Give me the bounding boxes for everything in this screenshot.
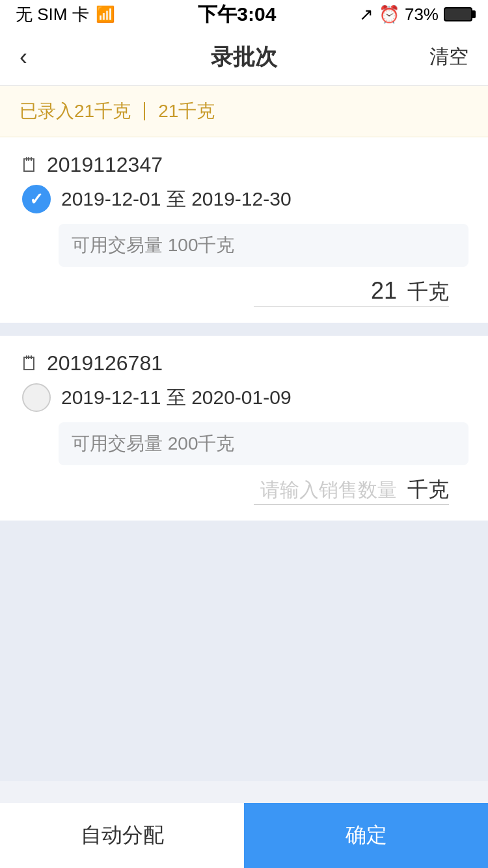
page-title: 录批次 (211, 42, 277, 72)
batch-number-1: 2019112347 (47, 153, 163, 177)
status-time: 下午3:04 (198, 1, 276, 28)
batch-separator (0, 323, 488, 336)
status-right: ↗ ⏰ 73% (359, 5, 472, 25)
batch-date-2: 2019-12-11 至 2020-01-09 (61, 385, 291, 411)
quantity-underline-1 (254, 306, 449, 307)
batch-checkbox-2[interactable] (22, 383, 51, 412)
batch-icon-1: 🗒 (20, 154, 39, 176)
batch-header-1: 🗒 2019112347 (20, 153, 468, 177)
wifi-icon: 📶 (96, 5, 115, 23)
summary-divider (144, 102, 145, 120)
alarm-icon: ⏰ (379, 5, 400, 25)
quantity-row-1: 千克 (20, 277, 468, 306)
location-icon: ↗ (359, 5, 373, 25)
bottom-area (0, 521, 488, 781)
summary-bar: 已录入21千克 21千克 (0, 86, 488, 137)
summary-value: 21千克 (158, 99, 215, 124)
batch-row-1: 2019-12-01 至 2019-12-30 (20, 185, 468, 213)
batch-item-2: 🗒 2019126781 2019-12-11 至 2020-01-09 可用交… (0, 336, 488, 521)
quantity-unit-1: 千克 (407, 278, 449, 306)
batch-header-2: 🗒 2019126781 (20, 351, 468, 375)
battery-icon (444, 7, 472, 21)
carrier-label: 无 SIM 卡 (16, 3, 89, 26)
quantity-row-2: 请输入销售数量 千克 (20, 476, 468, 504)
clear-button[interactable]: 清空 (429, 44, 468, 70)
batch-checkbox-1[interactable] (22, 185, 51, 213)
bottom-buttons: 自动分配 确定 (0, 803, 488, 868)
battery-percent: 73% (405, 5, 439, 25)
summary-label: 已录入21千克 (20, 99, 131, 124)
quantity-placeholder-2: 请输入销售数量 (260, 477, 397, 504)
quantity-underline-2 (254, 504, 449, 505)
status-left: 无 SIM 卡 📶 (16, 3, 115, 26)
back-button[interactable]: ‹ (20, 44, 59, 71)
nav-bar: ‹ 录批次 清空 (0, 29, 488, 86)
auto-distribute-button[interactable]: 自动分配 (0, 803, 244, 868)
batch-row-2: 2019-12-11 至 2020-01-09 (20, 383, 468, 412)
batch-icon-2: 🗒 (20, 353, 39, 375)
status-bar: 无 SIM 卡 📶 下午3:04 ↗ ⏰ 73% (0, 0, 488, 29)
batch-item-1: 🗒 2019112347 2019-12-01 至 2019-12-30 可用交… (0, 137, 488, 323)
batch-available-2: 可用交易量 200千克 (59, 422, 468, 465)
quantity-input-1[interactable] (293, 277, 397, 305)
confirm-button[interactable]: 确定 (244, 803, 488, 868)
batch-available-1: 可用交易量 100千克 (59, 224, 468, 267)
quantity-unit-2: 千克 (407, 476, 449, 504)
batch-date-1: 2019-12-01 至 2019-12-30 (61, 186, 291, 213)
batch-number-2: 2019126781 (47, 351, 163, 375)
